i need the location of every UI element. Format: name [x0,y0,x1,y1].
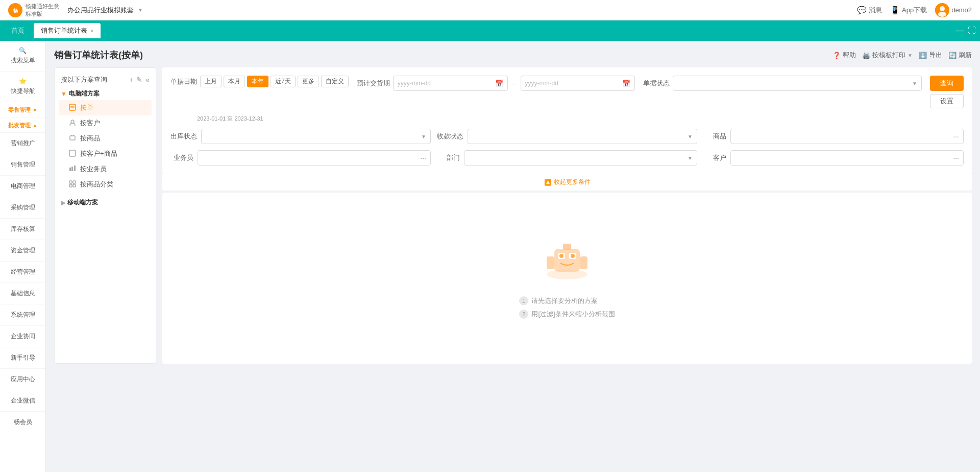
scheme-item-by-customer[interactable]: 按客户 [59,115,152,131]
outbound-label: 出库状态 [170,132,197,141]
print-button[interactable]: 🖨️ 按模板打印 ▼ [862,51,913,60]
scheme-panel: 按以下方案查询 + ✎ « ▼ 电脑端方案 [54,67,156,364]
edit-scheme-button[interactable]: ✎ [136,76,142,84]
sidebar-item-enterprise[interactable]: 企业协同 [0,326,45,347]
app-download-button[interactable]: 📱 App下载 [890,6,927,15]
scheme-panel-header: 按以下方案查询 + ✎ « [55,72,156,87]
app-title-dropdown-icon[interactable]: ▼ [138,7,143,13]
svg-rect-26 [563,244,571,250]
empty-state: 1 请先选择要分析的方案 2 用[过滤]条件来缩小分析范围 [162,193,972,364]
sidebar-item-appstore[interactable]: 应用中心 [0,369,45,390]
sidebar-item-purchase[interactable]: 采购管理 [0,197,45,219]
svg-point-25 [571,254,575,258]
add-scheme-button[interactable]: + [129,76,133,84]
scheme-item-by-staff[interactable]: 按业务员 [59,161,152,177]
date-this-month-btn[interactable]: 本月 [224,76,245,87]
status-dropdown-icon: ▼ [912,81,917,86]
sidebar-item-operations[interactable]: 经营管理 [0,262,45,283]
staff-field: 业务员 ··· [170,150,431,166]
home-tab[interactable]: 首页 [4,23,32,38]
sidebar-item-basic[interactable]: 基础信息 [0,283,45,304]
scheme-item-by-goods[interactable]: 按商品 [59,131,152,146]
sidebar-item-wholesale[interactable]: 批发管理 ▲ [0,117,45,133]
sidebar-item-system[interactable]: 系统管理 [0,304,45,326]
date-this-year-btn[interactable]: 本年 [247,76,268,87]
svg-rect-9 [70,136,75,140]
scheme-group-pc: ▼ 电脑端方案 按单 按客户 [55,87,156,192]
outbound-select[interactable]: ▼ [201,129,431,144]
app-title[interactable]: 办公用品行业模拟账套 [67,6,134,15]
help-button[interactable]: ❓ 帮助 [832,51,856,60]
svg-point-4 [938,12,946,17]
expected-date-start-input[interactable]: yyyy-mm-dd 📅 [393,76,508,91]
search-button[interactable]: 查询 [930,76,964,91]
wholesale-arrow-icon: ▲ [33,123,38,128]
message-button[interactable]: 💬 消息 [857,6,882,15]
maximize-window-button[interactable]: ⛶ [968,26,976,35]
goods-scheme-icon [69,134,77,143]
minimize-window-button[interactable]: — [955,26,964,35]
staff-more-icon[interactable]: ··· [420,154,426,162]
date-more-btn[interactable]: 更多 [298,76,319,87]
sidebar-item-finance[interactable]: 资金管理 [0,240,45,262]
sidebar-item-vip[interactable]: 畅会员 [0,412,45,433]
customer-input[interactable]: ··· [730,150,964,166]
user-avatar-area[interactable]: demo2 [935,3,972,17]
print-dropdown-icon[interactable]: ▼ [908,53,913,58]
date-custom-btn[interactable]: 自定义 [321,76,349,87]
payment-label: 收款状态 [437,132,463,141]
sidebar-item-marketing[interactable]: 营销推广 [0,133,45,154]
date-separator: — [511,80,518,87]
staff-input[interactable]: ··· [198,150,431,166]
payment-select[interactable]: ▼ [468,129,697,144]
top-bar-left: 畅 畅捷通好生意 标准版 办公用品行业模拟账套 ▼ [8,3,143,17]
goods-field: 商品 ··· [703,129,964,144]
collapse-scheme-button[interactable]: « [145,76,150,84]
sidebar-item-retail[interactable]: 零售管理 ▼ [0,102,45,117]
svg-rect-19 [73,184,76,187]
date-7days-btn[interactable]: 近7天 [271,76,296,87]
collapse-up-icon: 🔼 [544,179,552,186]
close-tab-icon[interactable]: × [90,28,93,34]
empty-illustration [536,233,598,286]
collapsed-icon: ▶ [61,199,65,206]
expected-date-range: yyyy-mm-dd 📅 — yyyy-mm-dd 📅 [393,76,635,91]
sidebar-item-sales[interactable]: 销售管理 [0,154,45,176]
export-button[interactable]: ⬇️ 导出 [919,51,942,60]
svg-point-3 [940,6,945,11]
page-header: 销售订单统计表(按单) ❓ 帮助 🖨️ 按模板打印 ▼ ⬇️ 导出 🔄 刷新 [54,49,972,61]
department-select[interactable]: ▼ [464,150,697,166]
help-icon: ❓ [832,52,841,59]
calendar-start-icon[interactable]: 📅 [495,80,503,87]
customer-more-icon[interactable]: ··· [953,154,959,162]
refresh-icon: 🔄 [948,52,957,59]
goods-more-icon[interactable]: ··· [953,132,959,140]
svg-point-24 [559,254,564,258]
status-label: 单据状态 [643,79,670,88]
refresh-button[interactable]: 🔄 刷新 [948,51,972,60]
status-select[interactable]: ▼ [673,76,922,91]
date-last-month-btn[interactable]: 上月 [200,76,222,87]
calendar-end-icon[interactable]: 📅 [622,80,630,87]
scheme-item-by-customer-goods[interactable]: 按客户+商品 [59,146,152,161]
settings-button[interactable]: 设置 [930,94,964,108]
order-scheme-icon [69,104,77,112]
star-icon: ⭐ [19,78,27,85]
scheme-item-by-category[interactable]: 按商品分类 [59,177,152,192]
expected-date-end-input[interactable]: yyyy-mm-dd 📅 [521,76,635,91]
sidebar-item-search[interactable]: 🔍 搜索菜单 [0,41,45,72]
sidebar-item-ecommerce[interactable]: 电商管理 [0,176,45,197]
logo-text: 畅捷通好生意 标准版 [26,3,59,17]
nav-controls: — ⛶ [955,26,976,35]
scheme-group-mobile-title[interactable]: ▶ 移动端方案 [59,196,152,209]
sidebar-item-wechat[interactable]: 企业微信 [0,390,45,412]
scheme-item-by-order[interactable]: 按单 [59,100,152,115]
collapse-bar[interactable]: 🔼 收起更多条件 [162,174,972,191]
svg-rect-16 [69,181,72,183]
goods-input[interactable]: ··· [730,129,964,144]
active-tab[interactable]: 销售订单统计表 × [34,23,101,38]
sidebar-item-newuser[interactable]: 新手引导 [0,347,45,369]
sidebar-item-inventory[interactable]: 库存核算 [0,219,45,240]
sidebar-item-quick-nav[interactable]: ⭐ 快捷导航 [0,72,45,102]
scheme-group-pc-title[interactable]: ▼ 电脑端方案 [59,87,152,100]
